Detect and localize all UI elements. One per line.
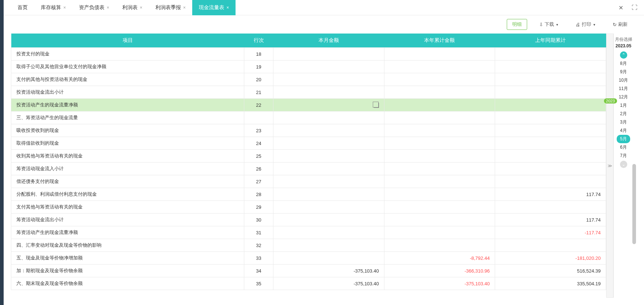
cell-prior[interactable]: -117.74 (495, 226, 606, 239)
cell-month[interactable] (273, 99, 384, 112)
cell-month[interactable] (273, 239, 384, 252)
table-row[interactable]: 三、筹资活动产生的现金流量 (11, 112, 606, 124)
cell-month[interactable] (273, 188, 384, 201)
close-icon[interactable]: ✕ (616, 3, 626, 13)
cell-prior[interactable] (495, 99, 606, 112)
cell-prior[interactable] (495, 239, 606, 252)
cell-prior[interactable]: 335,504.19 (495, 277, 606, 290)
expand-handle[interactable]: ≫ (606, 34, 613, 298)
cell-ytd[interactable] (384, 73, 495, 86)
table-row[interactable]: 投资活动产生的现金流量净额22 (11, 99, 606, 112)
cell-month[interactable]: -375,103.40 (273, 277, 384, 290)
cell-month[interactable] (273, 214, 384, 226)
cell-month[interactable]: -375,103.40 (273, 265, 384, 277)
cell-month[interactable] (273, 112, 384, 124)
table-row[interactable]: 六、期末现金及现金等价物余额35-375,103.40-375,103.4033… (11, 277, 606, 290)
copy-icon[interactable] (374, 103, 379, 108)
table-row[interactable]: 加：期初现金及现金等价物余额34-375,103.40-366,310.9651… (11, 265, 606, 277)
cell-month[interactable] (273, 201, 384, 214)
cell-prior[interactable]: 516,524.39 (495, 265, 606, 277)
table-row[interactable]: 筹资活动现金流入小计26 (11, 163, 606, 175)
cell-prior[interactable] (495, 175, 606, 188)
tab-4[interactable]: 利润表季报× (149, 0, 192, 15)
scrollbar[interactable] (632, 44, 637, 298)
table-row[interactable]: 取得借款收到的现金24 (11, 137, 606, 150)
month-option[interactable]: 11月 (614, 85, 633, 93)
cell-ytd[interactable] (384, 175, 495, 188)
detail-button[interactable]: 明细 (507, 19, 527, 30)
cell-prior[interactable] (495, 73, 606, 86)
download-button[interactable]: ⇩下载▾ (534, 19, 564, 30)
table-row[interactable]: 取得子公司及其他营业单位支付的现金净额19 (11, 60, 606, 73)
cell-prior[interactable] (495, 201, 606, 214)
cell-month[interactable] (273, 86, 384, 99)
table-row[interactable]: 投资活动现金流出小计21 (11, 86, 606, 99)
cell-month[interactable] (273, 60, 384, 73)
tab-0[interactable]: 首页 (11, 0, 34, 15)
tab-1[interactable]: 库存核算× (34, 0, 72, 15)
cell-month[interactable] (273, 124, 384, 137)
cell-ytd[interactable] (384, 99, 495, 112)
cell-month[interactable] (273, 73, 384, 86)
cell-ytd[interactable] (384, 188, 495, 201)
month-option[interactable]: 8月 (614, 59, 633, 68)
cell-month[interactable] (273, 226, 384, 239)
month-option[interactable]: 10月 (614, 76, 633, 85)
table-row[interactable]: 分配股利、利润或偿付利息支付的现金28117.74 (11, 188, 606, 201)
table-row[interactable]: 筹资活动现金流出小计30117.74 (11, 214, 606, 226)
tab-close-icon[interactable]: × (63, 5, 66, 10)
cell-prior[interactable] (495, 112, 606, 124)
cell-ytd[interactable] (384, 163, 495, 175)
table-row[interactable]: 筹资活动产生的现金流量净额31-117.74 (11, 226, 606, 239)
month-up-icon[interactable]: ⌃ (620, 51, 627, 59)
tab-close-icon[interactable]: × (226, 5, 229, 10)
cell-prior[interactable] (495, 48, 606, 60)
cell-ytd[interactable] (384, 239, 495, 252)
table-row[interactable]: 收到其他与筹资活动有关的现金25 (11, 150, 606, 163)
table-row[interactable]: 偿还债务支付的现金27 (11, 175, 606, 188)
month-option[interactable]: 1月 (614, 101, 633, 110)
fullscreen-icon[interactable]: ⛶ (629, 3, 640, 13)
refresh-button[interactable]: ↻刷新 (607, 19, 633, 30)
cell-ytd[interactable] (384, 201, 495, 214)
cell-prior[interactable]: -181,020.20 (495, 252, 606, 265)
month-option[interactable]: 6月 (614, 143, 633, 152)
tab-close-icon[interactable]: × (107, 5, 109, 10)
cell-ytd[interactable] (384, 112, 495, 124)
cell-ytd[interactable] (384, 226, 495, 239)
tab-3[interactable]: 利润表× (116, 0, 149, 15)
cell-prior[interactable] (495, 137, 606, 150)
cell-ytd[interactable]: -375,103.40 (384, 277, 495, 290)
cell-month[interactable] (273, 150, 384, 163)
cell-ytd[interactable] (384, 137, 495, 150)
scrollbar-thumb[interactable] (632, 164, 636, 244)
cell-month[interactable] (273, 163, 384, 175)
month-down-icon[interactable]: ⌄ (620, 161, 627, 168)
cell-prior[interactable]: 117.74 (495, 214, 606, 226)
table-row[interactable]: 四、汇率变动对现金及现金等价物的影响32 (11, 239, 606, 252)
month-option[interactable]: 9月 (614, 68, 633, 76)
cell-prior[interactable] (495, 86, 606, 99)
cell-month[interactable] (273, 48, 384, 60)
cell-ytd[interactable]: -8,792.44 (384, 252, 495, 265)
tab-close-icon[interactable]: × (140, 5, 142, 10)
table-row[interactable]: 投资支付的现金18 (11, 48, 606, 60)
tab-5[interactable]: 现金流量表× (192, 0, 236, 15)
cell-ytd[interactable] (384, 124, 495, 137)
cell-ytd[interactable] (384, 60, 495, 73)
cell-ytd[interactable]: -366,310.96 (384, 265, 495, 277)
cell-month[interactable] (273, 175, 384, 188)
tab-2[interactable]: 资产负债表× (72, 0, 116, 15)
tab-close-icon[interactable]: × (183, 5, 186, 10)
table-row[interactable]: 吸收投资收到的现金23 (11, 124, 606, 137)
month-option[interactable]: 4月 (614, 126, 633, 135)
cell-prior[interactable] (495, 124, 606, 137)
cell-ytd[interactable] (384, 214, 495, 226)
print-button[interactable]: 🖨打印▾ (570, 19, 601, 30)
cell-ytd[interactable] (384, 48, 495, 60)
cell-month[interactable] (273, 252, 384, 265)
cell-ytd[interactable] (384, 86, 495, 99)
cell-prior[interactable] (495, 150, 606, 163)
month-option[interactable]: 3月 (614, 118, 633, 126)
table-row[interactable]: 支付其他与筹资活动有关的现金29 (11, 201, 606, 214)
